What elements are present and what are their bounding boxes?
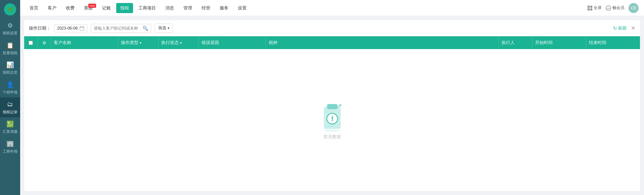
nav-guanli[interactable]: 管理 xyxy=(179,3,196,13)
col-checkbox[interactable] xyxy=(24,36,38,49)
sidebar-item-baoshuishezhi[interactable]: ⚙ 报税设置 xyxy=(0,19,20,39)
annual-report-icon: 🏢 xyxy=(6,140,14,148)
refresh-button[interactable]: ↻ 刷新 xyxy=(613,25,627,31)
search-box: 🔍 xyxy=(91,24,151,33)
nav-fuwu[interactable]: 服务 xyxy=(216,3,232,13)
table-container: ⚙ 客户名称 操作类型 ▾ 执行状态 ▾ 错误原因 xyxy=(24,36,640,191)
svg-point-19 xyxy=(324,129,341,132)
nav-kehu[interactable]: 客户 xyxy=(44,3,60,13)
table-header: ⚙ 客户名称 操作类型 ▾ 执行状态 ▾ 错误原因 xyxy=(24,36,640,49)
top-nav: 首页 客户 收费 票据 new 记账 报税 工商项目 消息 管理 经营 服务 设… xyxy=(20,0,644,16)
col-start-time: 开始时间 xyxy=(532,36,586,49)
svg-text:!: ! xyxy=(331,115,333,122)
sidebar-item-baoshuijilu[interactable]: 🗂 报税记录 xyxy=(0,98,20,117)
sidebar-item-geshenshenqing[interactable]: 👤 个税申报 xyxy=(0,78,20,98)
col-tax-type: 税种 xyxy=(266,36,499,49)
batch-icon: 📋 xyxy=(6,41,14,50)
col-error-reason: 错误原因 xyxy=(199,36,266,49)
col-op-type[interactable]: 操作类型 ▾ xyxy=(118,36,159,49)
svg-text:🌿: 🌿 xyxy=(7,7,13,12)
member-button[interactable]: 畅会员 xyxy=(606,5,625,11)
sidebar-item-piliangshuishui[interactable]: 📋 批量报税 xyxy=(0,39,20,58)
chevron-down-icon: ▾ xyxy=(168,26,169,30)
member-icon xyxy=(606,5,611,11)
svg-rect-5 xyxy=(591,9,592,10)
nav-piaoju[interactable]: 票据 new xyxy=(80,3,97,13)
sidebar-item-baoshuizonglan[interactable]: 📊 报税总览 xyxy=(0,58,20,78)
topnav-right: 全屏 畅会员 CE xyxy=(588,3,639,13)
svg-rect-7 xyxy=(80,27,84,30)
user-avatar[interactable]: CE xyxy=(629,3,639,13)
filter-button[interactable]: 筛选 ▾ xyxy=(155,24,173,33)
svg-rect-4 xyxy=(588,9,589,10)
nav-gongshanxiangmu[interactable]: 工商项目 xyxy=(134,3,160,13)
filter-icon-exec-status: ▾ xyxy=(180,41,182,45)
col-customer: 客户名称 xyxy=(51,36,118,49)
record-icon: 🗂 xyxy=(7,100,13,109)
close-button[interactable]: ✕ xyxy=(631,25,635,31)
svg-rect-3 xyxy=(591,6,592,7)
select-all-checkbox[interactable] xyxy=(29,41,33,45)
date-label: 操作日期： xyxy=(29,25,51,31)
toolbar-right: ↻ 刷新 ✕ xyxy=(613,25,635,31)
empty-state: ! 暂无数据 xyxy=(24,49,640,191)
refresh-icon: ↻ xyxy=(613,26,617,31)
main-card: 操作日期： 2023-06-06 🔍 筛选 ▾ ↻ 刷新 xyxy=(24,20,640,191)
col-gear[interactable]: ⚙ xyxy=(38,36,51,49)
nav-baoshui[interactable]: 报税 xyxy=(116,3,133,13)
col-exec-status[interactable]: 执行状态 ▾ xyxy=(159,36,199,49)
svg-rect-12 xyxy=(327,104,337,109)
filter-icon-op-type: ▾ xyxy=(140,41,141,45)
overview-icon: 📊 xyxy=(6,61,14,69)
col-end-time: 结束时间 xyxy=(586,36,640,49)
settlement-icon: 💹 xyxy=(6,120,14,128)
nav-shoufei[interactable]: 收费 xyxy=(62,3,79,13)
toolbar: 操作日期： 2023-06-06 🔍 筛选 ▾ ↻ 刷新 xyxy=(24,20,640,36)
empty-text: 暂无数据 xyxy=(324,134,341,140)
nav-jingying[interactable]: 经营 xyxy=(198,3,214,13)
sidebar: 🌿 ⚙ 报税设置 📋 批量报税 📊 报税总览 👤 个税申报 🗂 报税记录 💹 汇… xyxy=(0,0,20,195)
settings-icon: ⚙ xyxy=(7,22,13,30)
empty-state-illustration: ! xyxy=(317,100,347,134)
nav-shezhi[interactable]: 设置 xyxy=(234,3,251,13)
nav-items: 首页 客户 收费 票据 new 记账 报税 工商项目 消息 管理 经营 服务 设… xyxy=(26,3,588,13)
app-logo[interactable]: 🌿 xyxy=(4,3,16,15)
sidebar-item-huisuanqingjiao[interactable]: 💹 汇算清缴 xyxy=(0,117,20,137)
search-input[interactable] xyxy=(94,26,142,31)
person-icon: 👤 xyxy=(6,81,14,89)
gear-icon: ⚙ xyxy=(42,40,46,45)
content-area: 操作日期： 2023-06-06 🔍 筛选 ▾ ↻ 刷新 xyxy=(20,16,644,195)
new-badge: new xyxy=(88,4,96,8)
nav-xiaoxi[interactable]: 消息 xyxy=(161,3,178,13)
date-picker[interactable]: 2023-06-06 xyxy=(54,24,87,32)
sidebar-item-gongshannianbao[interactable]: 🏢 工商年报 xyxy=(0,137,20,157)
nav-jizhan[interactable]: 记账 xyxy=(98,3,115,13)
main-area: 首页 客户 收费 票据 new 记账 报税 工商项目 消息 管理 经营 服务 设… xyxy=(20,0,644,195)
calendar-icon xyxy=(80,26,84,31)
fullscreen-button[interactable]: 全屏 xyxy=(588,5,602,11)
nav-shouye[interactable]: 首页 xyxy=(26,3,42,13)
fullscreen-icon xyxy=(588,6,592,10)
search-icon[interactable]: 🔍 xyxy=(142,26,148,31)
svg-rect-2 xyxy=(588,6,589,7)
col-executor: 执行人 xyxy=(499,36,532,49)
